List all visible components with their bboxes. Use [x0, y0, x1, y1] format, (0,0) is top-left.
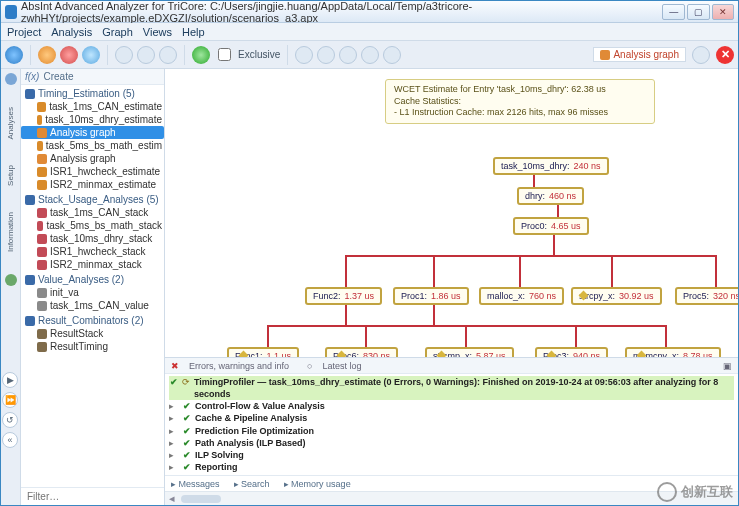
tree-item[interactable]: init_va	[21, 286, 164, 299]
tree-item[interactable]: task_5ms_bs_math_estim	[21, 139, 164, 152]
graph-icon	[600, 50, 610, 60]
analysis-graph-tab-label: Analysis graph	[613, 49, 679, 60]
log-line: ▸✔Control-Flow & Value Analysis	[169, 400, 734, 412]
graph-node[interactable]: Proc1:1.86 us	[393, 287, 469, 305]
wcet-line3: - L1 Instruction Cache: max 2126 hits, m…	[394, 107, 646, 119]
titlebar: AbsInt Advanced Analyzer for TriCore: C:…	[1, 1, 738, 23]
log-footer-messages[interactable]: Messages	[179, 479, 220, 489]
tool-refresh-icon[interactable]	[192, 46, 210, 64]
minimize-button[interactable]: —	[662, 4, 685, 20]
menu-graph[interactable]: Graph	[102, 26, 133, 38]
menu-views[interactable]: Views	[143, 26, 172, 38]
exclusive-checkbox[interactable]	[218, 48, 231, 61]
project-tree: f(x) f(x) Create Create Timing_Estimatio…	[21, 69, 165, 505]
graph-node[interactable]: malloc_x:760 ns	[479, 287, 564, 305]
tree-item[interactable]: Analysis graph	[21, 152, 164, 165]
tool-copy-icon[interactable]	[137, 46, 155, 64]
tree-item[interactable]: ISR1_hwcheck_stack	[21, 245, 164, 258]
tree-item[interactable]: ResultTiming	[21, 340, 164, 353]
app-icon	[5, 5, 17, 19]
nav-play-button[interactable]: ▶	[2, 372, 18, 388]
sidetab-icon-2[interactable]	[5, 274, 17, 286]
tree-item[interactable]: ISR2_minmax_stack	[21, 258, 164, 271]
tool-expand-icon[interactable]	[339, 46, 357, 64]
log-tabs: ✖ Errors, warnings and info ○ Latest log…	[165, 358, 738, 374]
tool-more-icon[interactable]	[383, 46, 401, 64]
tree-filter-input[interactable]	[25, 490, 160, 503]
toolbar: Exclusive Analysis graph ✕	[1, 41, 738, 69]
tree-group[interactable]: Timing_Estimation (5)	[21, 85, 164, 100]
sidetab-icon-1[interactable]	[5, 73, 17, 85]
log-body[interactable]: ✔⟳TimingProfiler — task_10ms_dhry_estima…	[165, 374, 738, 475]
tree-item[interactable]: task_1ms_CAN_estimate	[21, 100, 164, 113]
wcet-summary-box: WCET Estimate for Entry 'task_10ms_dhry'…	[385, 79, 655, 124]
tool-chart-icon[interactable]	[38, 46, 56, 64]
graph-node[interactable]: Func2:1.37 us	[305, 287, 382, 305]
tree-item[interactable]: Analysis graph	[21, 126, 164, 139]
tool-globe-icon[interactable]	[5, 46, 23, 64]
menu-analysis[interactable]: Analysis	[51, 26, 92, 38]
close-button[interactable]: ✕	[712, 4, 735, 20]
log-line: ▸✔Prediction File Optimization	[169, 425, 734, 437]
wcet-line1: WCET Estimate for Entry 'task_10ms_dhry'…	[394, 84, 646, 96]
tool-collapse-icon[interactable]	[361, 46, 379, 64]
menu-help[interactable]: Help	[182, 26, 205, 38]
tree-item[interactable]: task_10ms_dhry_stack	[21, 232, 164, 245]
tree-group[interactable]: Value_Analyses (2)	[21, 271, 164, 286]
horizontal-scrollbar[interactable]: ◂	[165, 491, 738, 505]
log-footer: ▸ Messages ▸ Search ▸ Memory usage	[165, 475, 738, 491]
nav-fast-button[interactable]: ⏩	[2, 392, 18, 408]
tree-item[interactable]: ResultStack	[21, 327, 164, 340]
tree-header: f(x) f(x) Create Create	[21, 69, 164, 85]
log-line: ▸✔Reporting	[169, 461, 734, 473]
log-footer-memory[interactable]: Memory usage	[291, 479, 351, 489]
exclusive-label: Exclusive	[238, 49, 280, 60]
maximize-button[interactable]: ▢	[687, 4, 710, 20]
menubar: Project Analysis Graph Views Help	[1, 23, 738, 41]
tool-zoom-icon[interactable]	[295, 46, 313, 64]
log-tab-expand-icon[interactable]: ▣	[723, 361, 732, 371]
tree-item[interactable]: task_1ms_CAN_stack	[21, 206, 164, 219]
log-line: ▸✔Cache & Pipeline Analysis	[169, 412, 734, 424]
tool-fit-icon[interactable]	[317, 46, 335, 64]
tree-item[interactable]: task_5ms_bs_math_stack	[21, 219, 164, 232]
graph-node[interactable]: dhry:460 ns	[517, 187, 584, 205]
log-tab-latest[interactable]: Latest log	[322, 361, 361, 371]
wcet-line2: Cache Statistics:	[394, 96, 646, 108]
analysis-graph-tab[interactable]: Analysis graph	[593, 47, 686, 62]
log-line: ▸✔ILP Solving	[169, 449, 734, 461]
sidetab-analyses[interactable]: Analyses	[6, 103, 15, 143]
tool-cut-icon[interactable]	[115, 46, 133, 64]
analysis-graph-canvas[interactable]: WCET Estimate for Entry 'task_10ms_dhry'…	[165, 69, 738, 357]
tree-item[interactable]: ISR2_minmax_estimate	[21, 178, 164, 191]
tree-group[interactable]: Result_Combinators (2)	[21, 312, 164, 327]
tool-pie-icon[interactable]	[60, 46, 78, 64]
sidetab-information[interactable]: Information	[6, 208, 15, 256]
tool-layers-icon[interactable]	[82, 46, 100, 64]
tool-popout-icon[interactable]	[692, 46, 710, 64]
tree-group[interactable]: Stack_Usage_Analyses (5)	[21, 191, 164, 206]
tool-paste-icon[interactable]	[159, 46, 177, 64]
sidetab-setup[interactable]: Setup	[6, 161, 15, 190]
menu-project[interactable]: Project	[7, 26, 41, 38]
window-title: AbsInt Advanced Analyzer for TriCore: C:…	[21, 0, 661, 24]
graph-node[interactable]: Proc5:320 ns	[675, 287, 738, 305]
log-line: ▸✔Path Analysis (ILP Based)	[169, 437, 734, 449]
tree-item[interactable]: task_10ms_dhry_estimate	[21, 113, 164, 126]
nav-reload-button[interactable]: ↺	[2, 412, 18, 428]
log-tab-errors[interactable]: Errors, warnings and info	[189, 361, 289, 371]
panel-close-button[interactable]: ✕	[716, 46, 734, 64]
graph-node[interactable]: Proc0:4.65 us	[513, 217, 589, 235]
nav-back-button[interactable]: «	[2, 432, 18, 448]
graph-node[interactable]: task_10ms_dhry:240 ns	[493, 157, 609, 175]
log-footer-search[interactable]: Search	[241, 479, 270, 489]
tree-item[interactable]: task_1ms_CAN_value	[21, 299, 164, 312]
tree-create-label[interactable]: Create	[43, 71, 73, 82]
nav-buttons: ▶ ⏩ ↺ «	[2, 372, 18, 448]
tree-item[interactable]: ISR1_hwcheck_estimate	[21, 165, 164, 178]
